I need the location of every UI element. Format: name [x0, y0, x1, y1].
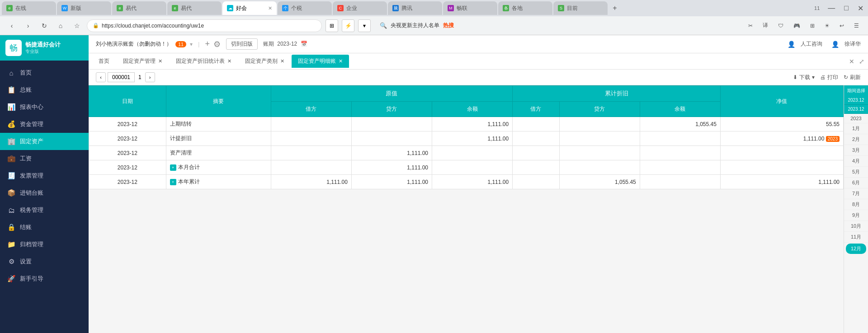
cell-orig-debit-1	[271, 131, 351, 146]
table-row[interactable]: 2023-12 上期结转 1,111.00 1,055.45 55.55	[89, 117, 844, 131]
maximize-button[interactable]: □	[841, 4, 851, 12]
period-item-sep[interactable]: 9月	[844, 210, 868, 221]
boost-button[interactable]: ⚡	[342, 19, 354, 32]
cell-orig-debit-3	[271, 160, 351, 175]
qr-button[interactable]: ⊞	[326, 19, 338, 32]
period-item-aug[interactable]: 8月	[844, 199, 868, 210]
browser-tab-1[interactable]: e 在线	[2, 1, 56, 15]
close-tab-depreciation-stats[interactable]: ✕	[227, 58, 231, 64]
period-item-may[interactable]: 5月	[844, 167, 868, 178]
period-item-0[interactable]: 2023.12	[844, 96, 868, 105]
sidebar-item-settings[interactable]: ⚙ 设置	[0, 253, 89, 270]
undo-icon-btn[interactable]: ↩	[836, 21, 848, 31]
purchase-sale-icon: 📦	[7, 189, 15, 197]
home-icon: ⌂	[7, 69, 15, 77]
close-tab-fixed-asset-detail[interactable]: ✕	[339, 58, 343, 64]
period-item-jul[interactable]: 7月	[844, 188, 868, 199]
period-item-oct[interactable]: 10月	[844, 221, 868, 232]
reload-button[interactable]: ↻	[38, 19, 51, 32]
minimize-button[interactable]: —	[825, 4, 838, 12]
forward-button[interactable]: ›	[22, 19, 34, 32]
calendar-icon[interactable]: 📅	[301, 41, 307, 47]
home-button[interactable]: ⌂	[54, 19, 67, 32]
search-text: 央视更新主持人名单	[391, 22, 439, 29]
sidebar-item-purchase-sale[interactable]: 📦 进销台账	[0, 184, 89, 202]
page-number-input[interactable]	[108, 72, 135, 82]
period-item-apr[interactable]: 4月	[844, 156, 868, 167]
cell-accum-credit-4: 1,055.45	[559, 175, 640, 189]
sidebar-item-fixed-asset[interactable]: 🏢 固定资产	[0, 133, 89, 150]
period-item-nov[interactable]: 11月	[844, 232, 868, 243]
browser-tab-9[interactable]: M 畅联	[443, 1, 497, 15]
sidebar-item-guide[interactable]: 🚀 新手引导	[0, 270, 89, 287]
account-dropdown-icon[interactable]: ▾	[190, 41, 193, 47]
account-settings-button[interactable]: ⚙	[213, 39, 221, 49]
sidebar-item-tax[interactable]: 🗂 税务管理	[0, 202, 89, 219]
shield-icon-btn[interactable]: 🛡	[774, 21, 787, 31]
settings-icon-btn[interactable]: ☀	[821, 21, 833, 31]
table-wrapper[interactable]: 日期 摘要 原值 累计折旧 净值 借方 贷方 余额 借方	[89, 85, 844, 333]
period-item-year[interactable]: 2023	[844, 114, 868, 123]
browser-tab-11[interactable]: S 目前	[553, 1, 608, 15]
browser-tab-7[interactable]: C 企业	[333, 1, 387, 15]
close-tab-fixed-asset-mgmt[interactable]: ✕	[158, 58, 162, 64]
period-item-feb[interactable]: 2月	[844, 134, 868, 145]
browser-tab-8[interactable]: 騰 腾讯	[388, 1, 442, 15]
browser-tab-4[interactable]: e 易代	[167, 1, 222, 15]
translate-icon-btn[interactable]: 译	[759, 20, 772, 31]
dropdown-button[interactable]: ▾	[358, 19, 371, 32]
period-item-dec[interactable]: 12月	[846, 244, 866, 254]
browser-tab-3[interactable]: e 易代	[112, 1, 166, 15]
menu-icon-btn[interactable]: ☰	[850, 21, 863, 31]
sidebar-item-salary[interactable]: 💼 工资	[0, 150, 89, 167]
grid-icon-btn[interactable]: ⊞	[807, 21, 818, 31]
download-action[interactable]: ⬇ 下载 ▾	[793, 74, 815, 81]
close-tab-fixed-asset-category[interactable]: ✕	[280, 58, 284, 64]
period-item-jun[interactable]: 6月	[844, 178, 868, 188]
close-tab-icon[interactable]: ✕	[849, 58, 854, 65]
back-button[interactable]: ‹	[5, 19, 18, 32]
switch-version-button[interactable]: 切到旧版	[226, 38, 258, 50]
browser-tab-5[interactable]: ☁ 好会 ✕	[222, 1, 277, 15]
add-account-button[interactable]: +	[205, 39, 210, 49]
archive-icon: 📁	[7, 240, 15, 249]
refresh-action[interactable]: ↻ 刷新	[844, 74, 861, 81]
col-header-original-debit: 借方	[271, 102, 351, 117]
address-bar[interactable]: 🔒 https://cloud.chanjet.com/accounting/u…	[87, 19, 322, 32]
period-item-mar[interactable]: 3月	[844, 145, 868, 156]
sidebar-item-ledger[interactable]: 📋 总账	[0, 81, 89, 98]
username-label[interactable]: 徐译华	[844, 40, 861, 48]
sidebar-item-invoice[interactable]: 🧾 发票管理	[0, 167, 89, 184]
bookmark-button[interactable]: ☆	[71, 19, 83, 32]
page-tab-fixed-asset-mgmt[interactable]: 固定资产管理 ✕	[117, 55, 169, 68]
period-item-jan[interactable]: 1月	[844, 123, 868, 134]
sidebar-item-report[interactable]: 📊 报表中心	[0, 98, 89, 116]
page-next-button[interactable]: ›	[145, 72, 155, 82]
table-row[interactable]: 2023-12 +本年累计 1,111.00 1,111.00 1,111.00…	[89, 175, 844, 189]
sidebar-item-fund[interactable]: 💰 资金管理	[0, 116, 89, 133]
browser-tab-10[interactable]: 各 各地	[498, 1, 552, 15]
table-row[interactable]: 2023-12 资产清理 1,111.00	[89, 146, 844, 160]
cell-summary-0: 上期结转	[166, 117, 271, 131]
cut-icon-btn[interactable]: ✂︎	[745, 21, 756, 31]
sidebar-item-home[interactable]: ⌂ 首页	[0, 64, 89, 81]
sidebar-item-closing[interactable]: 🔒 结账	[0, 219, 89, 236]
print-action[interactable]: 🖨 打印	[820, 74, 838, 81]
browser-tab-6[interactable]: 个 个税	[278, 1, 332, 15]
page-prev-button[interactable]: ‹	[96, 72, 106, 82]
new-tab-button[interactable]: +	[609, 2, 621, 14]
expand-tab-icon[interactable]: ⤢	[859, 58, 864, 65]
browser-tab-2[interactable]: W 新版	[57, 1, 111, 15]
support-label[interactable]: 人工咨询	[801, 40, 822, 48]
table-row[interactable]: 2023-12 计提折旧 1,111.00 1,111.00 2023	[89, 131, 844, 146]
close-window-button[interactable]: ✕	[855, 4, 866, 13]
tab-close-5[interactable]: ✕	[268, 5, 272, 11]
period-item-1[interactable]: 2023.12	[844, 105, 868, 114]
page-tab-fixed-asset-detail[interactable]: 固定资产明细账 ✕	[292, 55, 349, 68]
game-icon-btn[interactable]: 🎮	[790, 21, 804, 31]
page-tab-depreciation-stats[interactable]: 固定资产折旧统计表 ✕	[170, 55, 238, 68]
sidebar-item-archive[interactable]: 📁 归档管理	[0, 236, 89, 253]
page-tab-fixed-asset-category[interactable]: 固定资产类别 ✕	[239, 55, 291, 68]
table-row[interactable]: 2023-12 +本月合计 1,111.00	[89, 160, 844, 175]
page-tab-home[interactable]: 首页	[92, 55, 116, 68]
